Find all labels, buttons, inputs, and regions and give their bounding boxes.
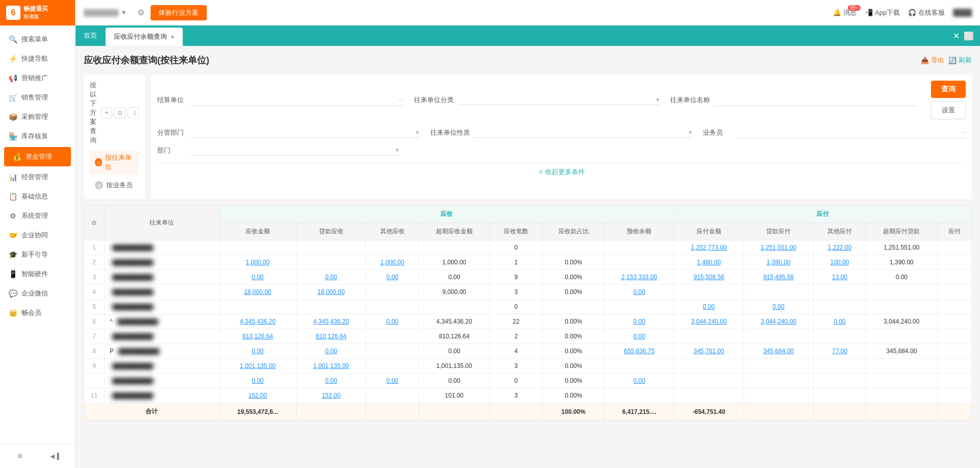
export-btn[interactable]: 📤 导出 [921, 56, 944, 65]
unit-nature-select[interactable]: ▼ [474, 128, 693, 138]
nav-options: ⊙ 按往来单位 ⊙ 按业务员 [90, 150, 139, 193]
footer-label: 合计 [84, 403, 219, 421]
user-info: ████ [953, 9, 972, 16]
solution-btn[interactable]: 体验行业方案 [151, 5, 207, 20]
refresh-btn[interactable]: 🔄 刷新 [948, 56, 972, 65]
sidebar-item-wechat[interactable]: 💬 企业微信 [0, 284, 75, 303]
th-ysyue: 预收余额 [604, 223, 674, 240]
search-fields-panel: 结算单位 ··· 往来单位分类 ▼ 往来 [151, 75, 972, 199]
unit-type-select[interactable]: ▼ [458, 95, 660, 105]
main-content: ████████ ▼ ⚙ 体验行业方案 🔔 消息 99+ 📲 App下载 🎧 [76, 0, 980, 468]
table-row: ██████████0.000.000.000.0000.00%0.00 [84, 374, 972, 388]
table-row: 9██████████1,001,135.001,001,135.001,001… [84, 359, 972, 374]
finance-icon: 💰 [12, 152, 21, 161]
th-dkyf: 贷款应付 [744, 223, 813, 240]
tab-home[interactable]: 首页 [76, 26, 106, 46]
table-settings-icon[interactable]: ⚙ [91, 219, 97, 227]
dept-select[interactable]: ▼ [190, 145, 400, 156]
setting-btn[interactable]: 设置 [931, 101, 966, 119]
wechat-icon: 💬 [8, 289, 17, 298]
sidebar-item-inventory[interactable]: 🏪 库存核算 [0, 127, 75, 146]
sidebar-item-sales[interactable]: 🛒 销售管理 [0, 88, 75, 107]
topbar: ████████ ▼ ⚙ 体验行业方案 🔔 消息 99+ 📲 App下载 🎧 [76, 0, 980, 26]
dept-mgr-select[interactable]: ▼ [190, 128, 420, 138]
tab-close-window-btn[interactable]: ✕ [953, 31, 960, 41]
table-row: 7██████████810,126.64810,126.64810,126.6… [84, 329, 972, 344]
unit-cell: P██████████ [105, 344, 219, 359]
th-ysbshu: 应收笔数 [490, 223, 543, 240]
topbar-gear-icon[interactable]: ⚙ [137, 8, 144, 17]
footer-yfje: -654,751.40 [674, 403, 744, 421]
th-cqyf: 超期应付贷款 [866, 223, 937, 240]
unit-cell: ^██████████ [105, 314, 219, 329]
table-container: ⚙ 往来单位 应收 应付 应收金额 贷款应收 其他应收 [84, 205, 972, 421]
scheme-settings-btn[interactable]: ⊙ [114, 107, 126, 118]
sidebar-item-guide[interactable]: 🎓 新手引导 [0, 245, 75, 264]
salesman-input[interactable]: ··· [736, 127, 966, 138]
tab-bar: 首页 应收应付余额查询 × ✕ ⬜ [76, 26, 980, 46]
nav-option-unit[interactable]: ⊙ 按往来单位 [90, 150, 139, 175]
sidebar-item-system[interactable]: ⚙ 系统管理 [0, 206, 75, 226]
table-row: 11██████████152.00152.00101.0030.00% [84, 388, 972, 403]
sidebar-collapse-btn[interactable]: ◀▐ [40, 450, 70, 463]
add-scheme-btn[interactable]: + [101, 107, 112, 118]
sidebar-item-management[interactable]: 📊 经营管理 [0, 167, 75, 187]
table-row: 3██████████0.000.000.000.0090.00%2,153,3… [84, 270, 972, 285]
app-name: 畅捷通买 [23, 5, 48, 13]
nav-option-salesman[interactable]: ⊙ 按业务员 [90, 178, 139, 193]
app-logo: 6 畅捷通买 标准版 [0, 0, 75, 26]
footer-yskzb: 100.00% [543, 403, 604, 421]
corp-icon: 🤝 [8, 231, 17, 240]
sidebar-item-quicknav[interactable]: ⚡ 快捷导航 [0, 49, 75, 68]
table-row: 1██████████01,252,773.001,251,551.001,22… [84, 240, 972, 255]
app-download-btn[interactable]: 📲 App下载 [865, 8, 900, 17]
unit-cell: ██████████ [105, 359, 219, 374]
footer-ysyue: 6,417,215.... [604, 403, 674, 421]
bell-icon: 🔔 [833, 9, 841, 16]
management-icon: 📊 [8, 173, 17, 182]
tab-ar-ap[interactable]: 应收应付余额查询 × [106, 28, 183, 46]
left-nav-panel: 按以下方案查询 + ⊙ 《 ⊙ 按往来单位 [84, 75, 145, 199]
scheme-collapse-btn[interactable]: 《 [128, 107, 139, 118]
quicknav-icon: ⚡ [8, 54, 17, 63]
sidebar-item-purchase[interactable]: 📦 采购管理 [0, 107, 75, 127]
sidebar-item-basicinfo[interactable]: 📋 基础信息 [0, 187, 75, 206]
unit-cell: ██████████ [105, 285, 219, 300]
table-row: 4██████████18,000.0018,000.009,000.0030.… [84, 285, 972, 300]
field-label-unit-type: 往来单位分类 [414, 95, 454, 105]
online-service-btn[interactable]: 🎧 在线客服 [908, 8, 945, 17]
settlement-input[interactable]: ··· [190, 94, 404, 106]
sidebar-settings-btn[interactable]: ⚙ [5, 450, 36, 463]
sales-icon: 🛒 [8, 93, 17, 102]
unit-cell: ██████████ [105, 240, 219, 255]
collapse-more-btn[interactable]: ∧ 收起更多条件 [157, 163, 966, 177]
th-cqysje: 超期应收金额 [419, 223, 489, 240]
sidebar-nav: 🔍 搜索菜单 ⚡ 快捷导航 📢 营销推广 🛒 销售管理 📦 采购管理 🏪 [0, 26, 75, 444]
sidebar-item-member[interactable]: 👑 畅会员 [0, 303, 75, 323]
table-row: 5██████████00.000.00 [84, 300, 972, 314]
sidebar-item-corp[interactable]: 🤝 企业协同 [0, 226, 75, 245]
logo-icon: 6 [6, 6, 20, 20]
topbar-actions: ⚙ [137, 8, 144, 17]
sidebar-item-search[interactable]: 🔍 搜索菜单 [0, 30, 75, 49]
tab-close-btn[interactable]: × [171, 34, 174, 40]
sidebar-item-finance[interactable]: 💰 资金管理 [4, 147, 71, 166]
breadcrumb-arrow: ▼ [120, 9, 127, 16]
main-table: ⚙ 往来单位 应收 应付 应收金额 贷款应收 其他应收 [84, 205, 972, 421]
unit-name-input[interactable] [714, 94, 917, 106]
sidebar-item-hardware[interactable]: 📱 智能硬件 [0, 264, 75, 284]
guide-icon: 🎓 [8, 250, 17, 259]
unit-cell: ██████████ [105, 329, 219, 344]
sidebar-item-marketing[interactable]: 📢 营销推广 [0, 68, 75, 88]
unit-cell: ██████████ [105, 300, 219, 314]
th-qtys: 其他应收 [366, 223, 419, 240]
table-row: 2██████████1,000.001,000.001,000.0010.00… [84, 255, 972, 270]
page-content: 应收应付余额查询(按往来单位) 📤 导出 🔄 刷新 [76, 46, 980, 468]
basicinfo-icon: 📋 [8, 192, 17, 201]
tab-fullscreen-btn[interactable]: ⬜ [964, 31, 974, 41]
query-btn[interactable]: 查询 [931, 81, 966, 98]
th-ysje: 应收金额 [219, 223, 296, 240]
th-yfje: 应付金额 [674, 223, 744, 240]
th-yf: 应付 [937, 223, 971, 240]
notification-btn[interactable]: 🔔 消息 99+ [833, 8, 856, 17]
